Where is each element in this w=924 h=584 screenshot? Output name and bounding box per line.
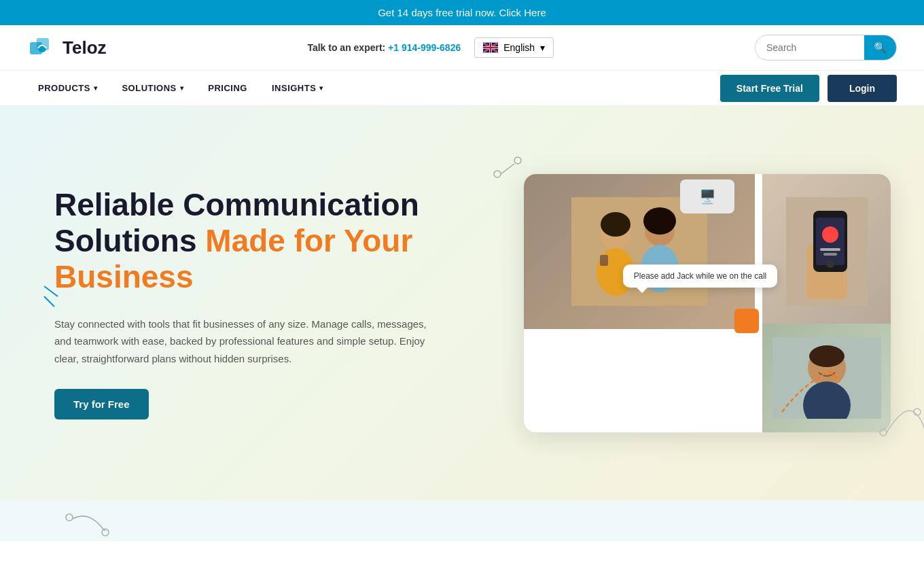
hero-collage: 🖥️	[524, 174, 891, 432]
svg-point-19	[822, 226, 838, 243]
hero-description: Stay connected with tools that fit busin…	[54, 315, 435, 368]
trial-button-label: Start Free Trial	[736, 83, 803, 94]
search-container: 🔍	[755, 35, 897, 61]
header-search: 🔍	[755, 35, 897, 61]
logo-text: Teloz	[63, 37, 107, 58]
nav-pricing[interactable]: PRICING	[197, 71, 258, 105]
svg-point-22	[826, 260, 834, 268]
nav-products-label: PRODUCTS	[38, 83, 90, 93]
speech-bubble: Please add Jack while we on the call	[623, 264, 777, 288]
svg-rect-21	[823, 253, 837, 256]
chevron-down-icon: ▾	[94, 84, 98, 92]
hero-title-line3: Business	[54, 259, 194, 294]
hero-image-area: 🖥️	[518, 174, 897, 432]
bottom-section	[0, 500, 924, 541]
chevron-down-icon: ▾	[540, 42, 545, 53]
speech-bubble-text: Please add Jack while we on the call	[634, 271, 766, 281]
login-button[interactable]: Login	[828, 75, 897, 102]
svg-point-27	[880, 429, 887, 436]
expert-contact: Talk to an expert: +1 914-999-6826	[307, 42, 461, 53]
hero-title: Reliable Communication Solutions Made fo…	[54, 187, 518, 295]
svg-point-31	[66, 514, 73, 521]
hero-title-orange: Made for Your	[205, 223, 412, 258]
svg-point-4	[494, 171, 501, 177]
svg-point-10	[601, 212, 630, 237]
svg-rect-20	[820, 248, 840, 251]
hero-content: Reliable Communication Solutions Made fo…	[54, 187, 518, 419]
start-trial-button[interactable]: Start Free Trial	[720, 75, 819, 102]
flag-icon	[483, 42, 498, 53]
nav-products[interactable]: PRODUCTS ▾	[27, 71, 108, 105]
dashed-arrow	[775, 364, 857, 419]
svg-point-13	[643, 207, 676, 235]
hero-title-line1: Reliable Communication	[54, 187, 419, 222]
search-button[interactable]: 🔍	[864, 35, 896, 60]
banner-text: Get 14 days free trial now. Click Here	[378, 7, 546, 18]
hero-title-line2: Solutions	[54, 223, 205, 258]
nav-insights[interactable]: INSIGHTS ▾	[261, 71, 334, 105]
svg-point-32	[102, 529, 109, 536]
try-free-label: Try for Free	[73, 398, 130, 410]
nav-insights-label: INSIGHTS	[272, 83, 316, 93]
language-label: English	[503, 42, 535, 53]
svg-rect-14	[600, 255, 608, 266]
search-input[interactable]	[756, 37, 864, 58]
svg-line-6	[501, 164, 514, 174]
try-free-button[interactable]: Try for Free	[54, 389, 149, 419]
logo-icon	[27, 35, 57, 60]
nav-solutions-label: SOLUTIONS	[122, 83, 176, 93]
hero-section: Reliable Communication Solutions Made fo…	[0, 106, 924, 500]
expert-label: Talk to an expert:	[307, 42, 385, 53]
video-call-bar: 🖥️	[680, 179, 734, 213]
main-nav: PRODUCTS ▾ SOLUTIONS ▾ PRICING INSIGHTS …	[0, 71, 924, 106]
promo-banner[interactable]: Get 14 days free trial now. Click Here	[0, 0, 924, 25]
nav-items: PRODUCTS ▾ SOLUTIONS ▾ PRICING INSIGHTS …	[27, 71, 334, 105]
header-contact: Talk to an expert: +1 914-999-6826 Engli…	[307, 37, 554, 58]
chevron-down-icon: ▾	[180, 84, 184, 92]
login-button-label: Login	[849, 83, 875, 94]
phone-placeholder	[762, 174, 891, 329]
nav-solutions[interactable]: SOLUTIONS ▾	[111, 71, 194, 105]
svg-point-5	[514, 157, 521, 164]
deco-bottom-right-dots: ✕	[870, 392, 924, 473]
collage-phone-image	[762, 174, 891, 329]
orange-square-decoration	[734, 309, 759, 333]
video-icon: 🖥️	[699, 188, 716, 205]
language-selector[interactable]: English ▾	[474, 37, 554, 58]
chevron-down-icon: ▾	[319, 84, 323, 92]
search-icon: 🔍	[874, 41, 887, 53]
site-header: Teloz Talk to an expert: +1 914-999-6826…	[0, 25, 924, 71]
nav-cta-area: Start Free Trial Login	[720, 75, 897, 102]
bottom-deco-lines	[61, 504, 116, 538]
expert-phone[interactable]: +1 914-999-6826	[388, 42, 461, 53]
logo-area: Teloz	[27, 35, 107, 60]
nav-pricing-label: PRICING	[208, 83, 247, 93]
